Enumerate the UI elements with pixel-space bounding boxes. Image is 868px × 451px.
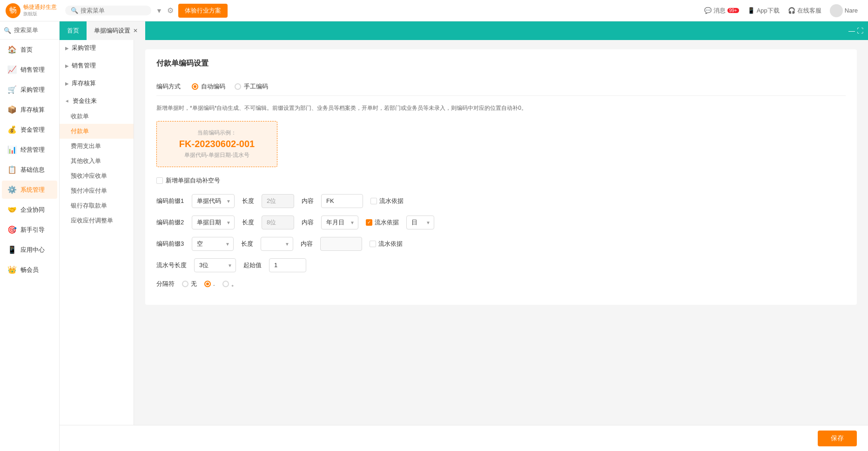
separator-row: 分隔符 无 . 。 (156, 280, 846, 288)
prefix2-select-wrap: 单据日期 ▼ (192, 215, 235, 229)
auto-fill-checkbox[interactable]: 新增单据自动补空号 (156, 176, 846, 185)
message-label: 消息 (713, 7, 726, 15)
prefix3-length-select[interactable] (261, 237, 293, 251)
message-icon: 💬 (704, 7, 712, 14)
radio-dot-dot (206, 283, 209, 285)
radio-auto-encode[interactable]: 自动编码 (192, 82, 225, 91)
download-button[interactable]: 📱 App下载 (747, 7, 780, 15)
prefix2-content-select[interactable]: 年月日 (321, 215, 358, 229)
radio-sep-none[interactable]: 无 (182, 280, 197, 288)
start-input[interactable] (269, 258, 306, 272)
sub-nav-sales-label: 销售管理 (72, 61, 96, 70)
tab-close-button[interactable]: ✕ (133, 27, 138, 34)
sub-nav-item-other-income[interactable]: 其他收入单 (60, 154, 134, 168)
member-icon: 👑 (7, 265, 17, 274)
prefix2-length-label: 长度 (242, 218, 254, 227)
preview-label-text: 当前编码示例 (197, 129, 231, 136)
search-icon: 🔍 (71, 7, 78, 14)
trial-button[interactable]: 体验行业方案 (178, 4, 228, 18)
radio-manual-encode[interactable]: 手工编码 (235, 82, 268, 91)
sidebar-item-purchase[interactable]: 🛒 采购管理 (2, 81, 57, 99)
tab-home[interactable]: 首页 (60, 21, 87, 40)
sub-nav-item-advance-payable[interactable]: 预付冲应付单 (60, 183, 134, 198)
sidebar-item-enterprise[interactable]: 🤝 企业协同 (2, 201, 57, 219)
prefix2-length-input[interactable] (262, 215, 294, 229)
prefix2-select[interactable]: 单据日期 (192, 215, 235, 229)
sub-nav-header-inventory[interactable]: ▶ 库存核算 (60, 75, 134, 91)
tab-actions: — ⛶ (844, 27, 868, 34)
message-button[interactable]: 💬 消息 99+ (704, 7, 739, 15)
sidebar-item-system[interactable]: ⚙️ 系统管理 (2, 181, 57, 199)
prefix2-flow-period-select[interactable]: 日 (406, 215, 434, 229)
tab-expand-button[interactable]: ⛶ (857, 27, 863, 34)
layout: 🔍 搜索菜单 🏠 首页 📈 销售管理 🛒 采购管理 📦 库存核算 💰 资金管理 … (0, 21, 868, 451)
system-icon: ⚙️ (7, 185, 17, 194)
gear-icon[interactable]: ⚙ (167, 6, 174, 15)
logo-text: 畅捷通好生意 (23, 4, 57, 10)
tab-encoding-label: 单据编码设置 (94, 27, 130, 35)
sidebar-item-home[interactable]: 🏠 首页 (2, 40, 57, 59)
tab-encoding[interactable]: 单据编码设置 ✕ (87, 21, 145, 40)
tab-minimize-button[interactable]: — (848, 27, 855, 34)
sub-nav-header-sales[interactable]: ▶ 销售管理 (60, 58, 134, 74)
sidebar-search[interactable]: 🔍 搜索菜单 (0, 21, 59, 40)
sidebar-item-apps[interactable]: 📱 应用中心 (2, 241, 57, 259)
tab-bar: 首页 单据编码设置 ✕ — ⛶ (60, 21, 868, 40)
prefix2-content-label: 内容 (302, 218, 314, 227)
sidebar-item-sales[interactable]: 📈 销售管理 (2, 61, 57, 79)
sidebar-item-label: 系统管理 (20, 186, 45, 194)
sidebar-item-guide[interactable]: 🎯 新手引导 (2, 221, 57, 239)
sidebar-item-inventory[interactable]: 📦 库存核算 (2, 101, 57, 119)
radio-dot-auto (194, 85, 196, 88)
sub-nav-item-bank-deposit[interactable]: 银行存取款单 (60, 198, 134, 213)
prefix3-flow-checkbox[interactable]: 流水依据 (370, 240, 403, 248)
search-input[interactable] (81, 7, 146, 14)
prefix3-content-input[interactable] (320, 237, 362, 251)
avatar (830, 4, 843, 17)
sidebar-item-label: 销售管理 (20, 66, 45, 74)
logo-area: 畅 畅捷通好生意 旗舰版 (6, 3, 65, 18)
radio-circle-dot (204, 281, 211, 287)
sidebar-item-finance[interactable]: 💰 资金管理 (2, 121, 57, 139)
prefix1-length-input[interactable] (262, 194, 294, 208)
radio-sep-dot[interactable]: . (204, 280, 215, 287)
sub-nav-item-payable-adjust[interactable]: 应收应付调整单 (60, 213, 134, 228)
flow-number-select-wrap: 3位 ▼ (194, 258, 236, 272)
checkbox-box (156, 177, 163, 184)
prefix3-select-wrap: 空 ▼ (192, 237, 234, 251)
prefix3-flow-label: 流水依据 (378, 240, 403, 248)
sub-nav-item-payment[interactable]: 付款单 (60, 124, 134, 139)
prefix3-select[interactable]: 空 (192, 237, 234, 251)
logo-icon: 畅 (6, 3, 20, 18)
user-avatar-area[interactable]: Nare (830, 4, 858, 17)
sidebar-item-operations[interactable]: 📊 经营管理 (2, 141, 57, 159)
flow-number-select[interactable]: 3位 (194, 258, 236, 272)
prefix1-flow-checkbox[interactable]: 流水依据 (370, 197, 404, 205)
main-content: 首页 单据编码设置 ✕ — ⛶ ▶ 采购管理 (60, 21, 868, 451)
service-button[interactable]: 🎧 在线客服 (788, 7, 821, 15)
sep-dot-label: . (213, 280, 215, 287)
sub-nav-item-advance-receivable[interactable]: 预收冲应收单 (60, 168, 134, 183)
prefix1-content-input[interactable] (321, 194, 363, 208)
prefix2-flow-checkbox[interactable]: ✓ 流水依据 (366, 218, 399, 227)
guide-icon: 🎯 (7, 225, 17, 234)
sidebar-item-label: 资金管理 (20, 126, 45, 134)
prefix2-flow-label: 流水依据 (375, 218, 399, 227)
prefix3-label: 编码前缀3 (156, 240, 184, 248)
prefix1-select[interactable]: 单据代码 (192, 194, 235, 208)
prefix1-content-label: 内容 (302, 197, 314, 205)
sub-nav-header-capital[interactable]: ▼ 资金往来 (60, 93, 134, 109)
chevron-down-icon[interactable]: ▼ (156, 7, 162, 14)
sidebar-item-basic[interactable]: 📋 基础信息 (2, 161, 57, 179)
sidebar-item-member[interactable]: 👑 畅会员 (2, 261, 57, 279)
radio-sep-custom[interactable]: 。 (222, 280, 237, 288)
sidebar-item-label: 应用中心 (20, 246, 45, 254)
sub-nav-item-expense[interactable]: 费用支出单 (60, 139, 134, 154)
sub-nav-header-purchase[interactable]: ▶ 采购管理 (60, 40, 134, 56)
preview-code: FK-20230602-001 (168, 139, 266, 149)
search-bar[interactable]: 🔍 (65, 6, 151, 15)
sub-nav-item-receipt[interactable]: 收款单 (60, 109, 134, 124)
checkbox-box-inline (370, 198, 377, 204)
save-button[interactable]: 保存 (818, 431, 857, 446)
prefix-row-2: 编码前缀2 单据日期 ▼ 长度 内容 年月日 (156, 215, 846, 229)
